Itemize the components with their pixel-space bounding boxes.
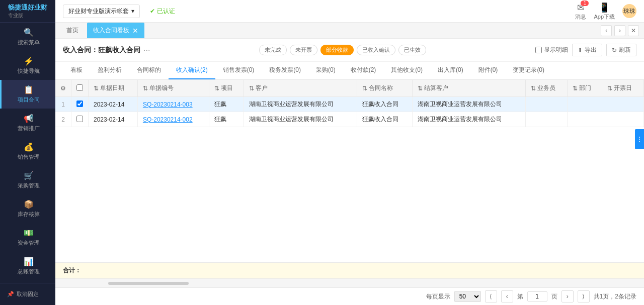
row-checkbox[interactable]: [76, 100, 83, 107]
sidebar-item-快捷导航[interactable]: ⚡快捷导航: [0, 51, 55, 80]
message-badge: 1: [581, 1, 589, 6]
sidebar-item-项目合同[interactable]: 📋项目合同: [0, 80, 55, 109]
contract-column-header: ⇅合同名称: [357, 80, 413, 97]
row-num: 1: [55, 97, 71, 112]
scrollbar[interactable]: [108, 282, 189, 285]
sidebar-item-营销推广[interactable]: 📢营销推广: [0, 109, 55, 137]
status-tag-未完成[interactable]: 未完成: [259, 45, 287, 55]
status-tag-已收入确认[interactable]: 已收入确认: [357, 45, 395, 55]
nav-icon: 📦: [24, 199, 34, 209]
row-checkbox-cell[interactable]: [71, 112, 89, 127]
inner-tab-附件0[interactable]: 附件(0): [471, 62, 506, 79]
refresh-icon: ↻: [612, 47, 617, 54]
tabbar: 首页 收入合同看板 ✕ ‹ › ✕: [55, 23, 644, 39]
status-tag-已生效[interactable]: 已生效: [398, 45, 426, 55]
inner-tab-收付款2[interactable]: 收付款(2): [343, 62, 384, 79]
row-settlement-customer: 湖南卫视商业运营发展有限公司: [413, 97, 526, 112]
tab-close-button[interactable]: ✕: [628, 25, 639, 36]
per-page-select[interactable]: 50 20 100: [454, 291, 481, 302]
table-area[interactable]: ⚙ ⇅单据日期 ⇅单据编号 ⇅项目 ⇅客户 ⇅合同名称 ⇅结算客户 ⇅业务员 ⇅…: [55, 80, 644, 262]
inner-tab-采购0[interactable]: 采购(0): [308, 62, 343, 79]
sidebar-item-销售管理[interactable]: 💰销售管理: [0, 137, 55, 166]
status-tags: 未完成未开票部分收款已收入确认已生效: [259, 45, 426, 55]
nav-label: 库存核算: [18, 211, 40, 218]
nav-label: 销售管理: [18, 153, 40, 161]
sidebar-item-资金管理[interactable]: 💵资金管理: [0, 223, 55, 252]
inner-tab-变更记录0[interactable]: 变更记录(0): [505, 62, 552, 79]
cert-status: ✔ 已认证: [150, 7, 175, 16]
nav-label: 资金管理: [18, 239, 40, 247]
checkbox-column-header[interactable]: [71, 80, 89, 97]
status-tag-未开票[interactable]: 未开票: [290, 45, 317, 55]
inner-tab-合同标的[interactable]: 合同标的: [129, 62, 169, 79]
company-selector[interactable]: 好业财专业版演示帐套 ▾: [63, 5, 140, 18]
tab-prev-button[interactable]: ‹: [601, 25, 612, 36]
table-row[interactable]: 2 2023-02-14 SQ-20230214-002 狂飙 湖南卫视商业运营…: [55, 112, 644, 127]
message-button[interactable]: ✉ 1 消息: [575, 2, 586, 21]
nav-icon: ⚡: [24, 56, 34, 66]
inner-tabs: 看板盈利分析合同标的收入确认(2)销售发票(0)税务发票(0)采购(0)收付款(…: [55, 62, 644, 80]
content-title: 收入合同：狂飙收入合同: [63, 46, 140, 55]
page-number-input[interactable]: [527, 291, 547, 301]
chevron-down-icon: ▾: [131, 8, 134, 15]
inner-tab-看板[interactable]: 看板: [63, 62, 90, 79]
inner-tab-盈利分析[interactable]: 盈利分析: [90, 62, 129, 79]
app-download-button[interactable]: 📱 App下载: [594, 2, 615, 21]
nav-icon: 📊: [24, 257, 34, 266]
right-sidebar-button[interactable]: ⋮: [635, 129, 644, 149]
inner-tab-税务发票0[interactable]: 税务发票(0): [262, 62, 308, 79]
select-all-checkbox[interactable]: [76, 84, 83, 91]
nav-label: 采购管理: [18, 182, 40, 189]
more-icon[interactable]: ···: [143, 46, 150, 55]
nav-label: 营销推广: [18, 125, 40, 132]
row-number[interactable]: SQ-20230214-002: [137, 112, 209, 127]
nav-icon: 🔍: [24, 28, 34, 37]
page-label-prefix: 第: [517, 292, 523, 301]
right-sidebar-icon: ⋮: [636, 135, 643, 143]
logo-sub: 专业版: [8, 12, 47, 19]
table-row[interactable]: 1 2023-02-14 SQ-20230214-003 狂飙 湖南卫视商业运营…: [55, 97, 644, 112]
row-checkbox[interactable]: [76, 116, 83, 122]
row-contract: 狂飙收入合同: [357, 112, 413, 127]
row-num: 2: [55, 112, 71, 127]
user-avatar[interactable]: 珠珠: [622, 4, 636, 18]
content-wrapper: 收入合同：狂飙收入合同 ··· 未完成未开票部分收款已收入确认已生效 显示明细 …: [55, 39, 644, 305]
row-department: [567, 112, 602, 127]
last-page-button[interactable]: ⟩: [578, 290, 590, 302]
sidebar-bottom-item[interactable]: 📌 取消固定: [4, 287, 51, 301]
row-date: 2023-02-14: [89, 97, 138, 112]
export-button[interactable]: ⬆ 导出: [572, 44, 602, 56]
date-column-header: ⇅单据日期: [89, 80, 138, 97]
sidebar-bottom: 📌 取消固定: [0, 283, 55, 305]
row-number-link[interactable]: SQ-20230214-002: [143, 116, 193, 123]
settings-column-header[interactable]: ⚙: [55, 80, 71, 97]
refresh-button[interactable]: ↻ 刷新: [606, 44, 636, 56]
tab-next-button[interactable]: ›: [614, 25, 625, 36]
show-detail-checkbox[interactable]: [535, 47, 542, 53]
sidebar-item-库存核算[interactable]: 📦库存核算: [0, 194, 55, 223]
sidebar-item-采购管理[interactable]: 🛒采购管理: [0, 166, 55, 194]
inner-tab-销售发票0[interactable]: 销售发票(0): [215, 62, 262, 79]
inner-tab-其他收支0[interactable]: 其他收支(0): [383, 62, 430, 79]
inner-tab-收入确认2[interactable]: 收入确认(2): [169, 62, 215, 79]
show-detail-label[interactable]: 显示明细: [535, 46, 568, 54]
row-number[interactable]: SQ-20230214-003: [137, 97, 209, 112]
active-tab[interactable]: 收入合同看板 ✕: [87, 23, 144, 38]
tab-close-icon[interactable]: ✕: [132, 27, 138, 35]
row-number-link[interactable]: SQ-20230214-003: [143, 101, 193, 108]
row-department: [567, 97, 602, 112]
nav-icon: 📋: [24, 85, 34, 94]
prev-page-button[interactable]: ‹: [501, 290, 513, 302]
home-tab[interactable]: 首页: [60, 23, 85, 38]
first-page-button[interactable]: ⟨: [485, 290, 497, 302]
sidebar-item-总账管理[interactable]: 📊总账管理: [0, 252, 55, 280]
sidebar-item-搜索菜单[interactable]: 🔍搜索菜单: [0, 23, 55, 51]
scroll-area[interactable]: [55, 278, 644, 287]
row-checkbox-cell[interactable]: [71, 97, 89, 112]
project-column-header: ⇅项目: [209, 80, 244, 97]
next-page-button[interactable]: ›: [561, 290, 574, 302]
inner-tab-出入库0[interactable]: 出入库(0): [430, 62, 471, 79]
row-project: 狂飙: [209, 97, 244, 112]
number-column-header: ⇅单据编号: [137, 80, 209, 97]
status-tag-部分收款[interactable]: 部分收款: [320, 45, 354, 55]
